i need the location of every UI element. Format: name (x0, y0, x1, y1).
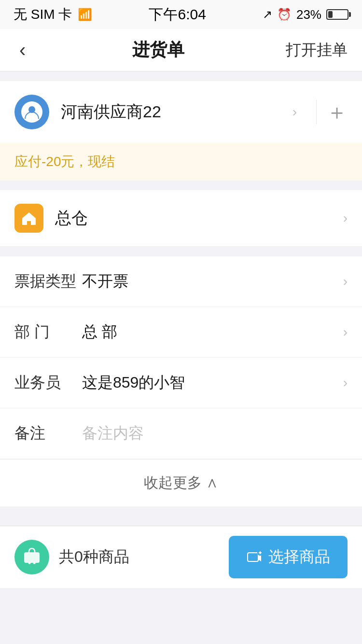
section-divider-1 (0, 71, 362, 81)
nav-bar: ‹ 进货单 打开挂单 (0, 29, 362, 71)
warehouse-name: 总仓 (55, 207, 343, 229)
bottom-bar: 共0种商品 选择商品 (0, 526, 362, 588)
select-product-button[interactable]: 选择商品 (229, 536, 348, 578)
invoice-type-label: 票据类型 (14, 271, 82, 292)
salesperson-row[interactable]: 业务员 这是859的小智 › (0, 358, 362, 408)
department-value: 总 部 (82, 322, 343, 343)
supplier-name: 河南供应商22 (61, 101, 292, 123)
add-supplier-button[interactable]: ＋ (326, 101, 348, 123)
remark-placeholder: 备注内容 (82, 423, 348, 444)
department-chevron-icon: › (343, 324, 348, 340)
remark-row[interactable]: 备注 备注内容 (0, 408, 362, 459)
cart-icon (22, 547, 42, 567)
select-product-icon (246, 549, 263, 565)
status-right: ↗ ⏰ 23% (263, 7, 348, 22)
product-icon (14, 540, 49, 574)
svg-rect-1 (24, 552, 40, 563)
notice-text: 应付-20元，现结 (14, 154, 115, 169)
warehouse-section: 总仓 › (0, 190, 362, 247)
salesperson-chevron-icon: › (343, 375, 348, 391)
house-icon (20, 210, 38, 227)
notice-bar: 应付-20元，现结 (0, 143, 362, 181)
page-container: 无 SIM 卡 📶 下午6:04 ↗ ⏰ 23% ‹ 进货单 打开挂单 (0, 0, 362, 644)
section-divider-2 (0, 181, 362, 190)
open-pending-button[interactable]: 打开挂单 (286, 40, 348, 61)
supplier-section: 河南供应商22 › ＋ 应付-20元，现结 (0, 81, 362, 181)
battery-percent: 23% (296, 7, 321, 22)
page-title: 进货单 (132, 38, 184, 62)
warehouse-icon (14, 204, 43, 233)
supplier-chevron-icon: › (292, 104, 297, 120)
avatar-inner (21, 101, 42, 123)
svg-rect-4 (248, 553, 258, 561)
carrier-label: 无 SIM 卡 (14, 5, 72, 24)
collapse-label: 收起更多 ∧ (144, 475, 218, 490)
wifi-icon: 📶 (78, 8, 92, 21)
invoice-type-chevron-icon: › (343, 274, 348, 289)
supplier-row[interactable]: 河南供应商22 › ＋ (0, 81, 362, 143)
person-icon (23, 103, 41, 121)
form-section: 票据类型 不开票 › 部 门 总 部 › 业务员 这是859的小智 › 备注 备… (0, 256, 362, 506)
time-label: 下午6:04 (149, 5, 206, 25)
remark-label: 备注 (14, 423, 82, 444)
alarm-icon: ⏰ (277, 8, 292, 21)
battery-icon (326, 9, 348, 20)
department-row[interactable]: 部 门 总 部 › (0, 307, 362, 358)
warehouse-chevron-icon: › (343, 210, 348, 226)
collapse-row[interactable]: 收起更多 ∧ (0, 459, 362, 506)
salesperson-label: 业务员 (14, 372, 82, 393)
product-count: 共0种商品 (59, 546, 229, 568)
supplier-avatar (14, 95, 49, 129)
svg-point-3 (33, 562, 36, 564)
department-label: 部 门 (14, 322, 82, 343)
section-divider-4 (0, 506, 362, 516)
svg-point-2 (28, 562, 31, 564)
warehouse-row[interactable]: 总仓 › (0, 190, 362, 247)
back-button[interactable]: ‹ (14, 34, 30, 66)
status-left: 无 SIM 卡 📶 (14, 5, 92, 24)
salesperson-value: 这是859的小智 (82, 372, 343, 393)
select-product-label: 选择商品 (268, 546, 330, 568)
status-bar: 无 SIM 卡 📶 下午6:04 ↗ ⏰ 23% (0, 0, 362, 29)
location-icon: ↗ (263, 8, 272, 21)
vertical-divider (316, 100, 317, 124)
invoice-type-row[interactable]: 票据类型 不开票 › (0, 256, 362, 307)
invoice-type-value: 不开票 (82, 271, 343, 292)
section-divider-3 (0, 247, 362, 256)
